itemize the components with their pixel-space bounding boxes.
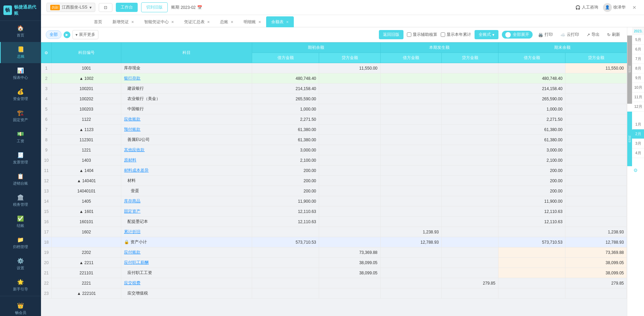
date-month-11[interactable]: 11月: [632, 92, 644, 102]
table-row: 2▲ 1002银行存款480,748.40480,748.40: [41, 73, 627, 84]
company-selector[interactable]: 勿副 江西股坐-LSS ▾: [46, 3, 95, 12]
settings-header[interactable]: ⚙: [41, 43, 52, 63]
account-code: 14040101: [52, 186, 121, 196]
account-name-link[interactable]: 应付职工薪酬: [124, 260, 149, 265]
tab-voucher-summary[interactable]: 凭证汇总表 ✕: [179, 16, 215, 27]
date-month-10[interactable]: 10月: [632, 83, 644, 92]
account-name-link[interactable]: 材料成本差异: [124, 168, 149, 173]
date-panel-collapse-button[interactable]: 2023.: [627, 35, 632, 104]
amount-cell: 480,748.40: [252, 73, 319, 84]
full-style-button[interactable]: 全账式 ▾: [475, 30, 498, 39]
account-name[interactable]: 银行存款: [121, 73, 252, 84]
expand-more-button[interactable]: ▾ 展开更多: [72, 30, 98, 39]
date-month-2[interactable]: 2月: [632, 129, 644, 139]
account-name[interactable]: 应付账款: [121, 247, 252, 258]
sidebar-item-invoice[interactable]: 🧾 发票管理: [0, 148, 41, 169]
account-name-link[interactable]: 其他应收款: [124, 147, 145, 152]
sidebar-item-tax[interactable]: 🏛️ 税务管理: [0, 190, 41, 211]
sidebar-item-capital[interactable]: 💰 资金管理: [0, 84, 41, 105]
tab-home[interactable]: 首页: [89, 16, 107, 27]
account-name[interactable]: 库存商品: [121, 196, 252, 206]
account-name[interactable]: 累计折旧: [121, 227, 252, 237]
account-name[interactable]: 固定资产: [121, 206, 252, 217]
account-name-link[interactable]: 固定资产: [124, 209, 140, 214]
account-name-link[interactable]: 累计折旧: [124, 229, 140, 234]
ytd-checkbox[interactable]: 显示本年累计: [441, 32, 471, 38]
date-month-4[interactable]: 4月: [632, 148, 644, 158]
tab-close-icon[interactable]: ✕: [171, 20, 174, 24]
date-month-5[interactable]: 5月: [632, 35, 644, 45]
account-name[interactable]: 材料成本差异: [121, 166, 252, 176]
calendar-icon[interactable]: 📅: [197, 5, 202, 10]
account-code: 1221: [52, 145, 121, 155]
workbench-button[interactable]: 工作台: [116, 3, 138, 12]
sidebar-item-sales[interactable]: 📋 进销台账: [0, 169, 41, 190]
tab-detail[interactable]: 明细账 ✕: [238, 16, 266, 27]
account-name[interactable]: 应收账款: [121, 114, 252, 125]
account-name-link[interactable]: 原材料: [124, 158, 136, 162]
account-name-link[interactable]: 应收账款: [124, 117, 140, 121]
tab-close-icon[interactable]: ✕: [131, 20, 134, 24]
tab-close-icon[interactable]: ✕: [286, 20, 289, 24]
tab-new-voucher[interactable]: 新增凭证 ✕: [107, 16, 139, 27]
date-month-7[interactable]: 7月: [632, 54, 644, 64]
filter-arrow-button[interactable]: ▶: [64, 31, 70, 38]
date-month-1[interactable]: 1月: [632, 120, 644, 129]
filter-all-tag[interactable]: 全部: [46, 30, 61, 39]
date-month-6[interactable]: 6月: [632, 45, 644, 54]
account-name[interactable]: 预付账款: [121, 125, 252, 135]
row-number: 19: [41, 247, 52, 258]
account-name-link[interactable]: 应交税费: [124, 281, 140, 285]
account-name-link[interactable]: 库存商品: [124, 199, 140, 203]
tab-close-icon[interactable]: ✕: [258, 20, 261, 24]
date-month-3[interactable]: 3月: [632, 139, 644, 148]
account-name[interactable]: 原材料: [121, 155, 252, 166]
assist-checkbox-input[interactable]: [407, 32, 411, 37]
ytd-checkbox-input[interactable]: [441, 32, 445, 37]
account-name-link[interactable]: 应付账款: [124, 250, 140, 255]
cloud-print-button[interactable]: ☁️ 云打印: [558, 30, 581, 39]
export-button[interactable]: ↗ 导出: [585, 30, 602, 39]
print-button[interactable]: 🖨️ 打印: [536, 30, 555, 39]
sidebar-item-settle[interactable]: ✅ 结账: [0, 211, 41, 232]
filter-group: 全部 ▶ ▾ 展开更多: [46, 30, 98, 39]
account-name-link[interactable]: 银行存款: [124, 76, 140, 81]
date-panel-settings[interactable]: ⚙: [627, 166, 644, 174]
tab-close-icon[interactable]: ✕: [207, 20, 210, 24]
tab-close-icon[interactable]: ✕: [231, 20, 233, 24]
consult-button[interactable]: 🎧 人工咨询: [575, 4, 598, 10]
account-name-link[interactable]: 预付账款: [124, 127, 140, 132]
amount-cell: [442, 217, 498, 227]
sidebar-item-settings[interactable]: ⚙️ 设置: [0, 254, 41, 275]
tab-balance[interactable]: 余额表 ✕: [266, 16, 294, 27]
account-name[interactable]: 其他应收款: [121, 145, 252, 155]
amount-cell: [380, 176, 441, 186]
date-month-12[interactable]: 12月: [632, 102, 644, 112]
account-name[interactable]: 应交税费: [121, 278, 252, 288]
date-panel-current-year[interactable]: 2023: [627, 112, 632, 166]
tab-smart-voucher[interactable]: 智能凭证中心 ✕: [139, 16, 179, 27]
sidebar-item-guide[interactable]: 🌟 新手引导: [0, 275, 41, 296]
row-number: 20: [41, 258, 52, 268]
copy-button[interactable]: ⊡: [99, 3, 112, 12]
sidebar-item-ledger[interactable]: 📒 总账: [0, 42, 41, 63]
sidebar-item-home[interactable]: 🏠 首页: [0, 21, 41, 42]
account-name[interactable]: 应付职工薪酬: [121, 258, 252, 268]
date-month-9[interactable]: 9月: [632, 73, 644, 83]
switch-version-button[interactable]: 切到旧版: [141, 2, 168, 12]
sidebar-item-report[interactable]: 📊 报表中心: [0, 63, 41, 84]
amount-cell: 200.00: [252, 166, 319, 176]
return-old-button[interactable]: 返回旧版: [379, 30, 403, 39]
sidebar-item-archive[interactable]: 📁 归档管理: [0, 232, 41, 254]
user-profile[interactable]: 👤 徐泽华: [603, 3, 626, 12]
sidebar-item-fixed[interactable]: 🏗️ 固定资产: [0, 105, 41, 127]
assist-calc-checkbox[interactable]: 显示辅助核算: [407, 32, 437, 38]
refresh-button[interactable]: ↻ 刷新: [605, 30, 622, 39]
sidebar-item-payroll[interactable]: 💵 工资: [0, 127, 41, 148]
close-window-button[interactable]: ✕: [630, 5, 639, 10]
date-month-8[interactable]: 8月: [632, 64, 644, 73]
amount-cell: [565, 104, 627, 114]
sidebar-item-member[interactable]: 👑 畅会员: [0, 300, 41, 316]
expand-all-toggle[interactable]: 全部展开: [502, 31, 533, 39]
tab-general-ledger[interactable]: 总账 ✕: [215, 16, 238, 27]
